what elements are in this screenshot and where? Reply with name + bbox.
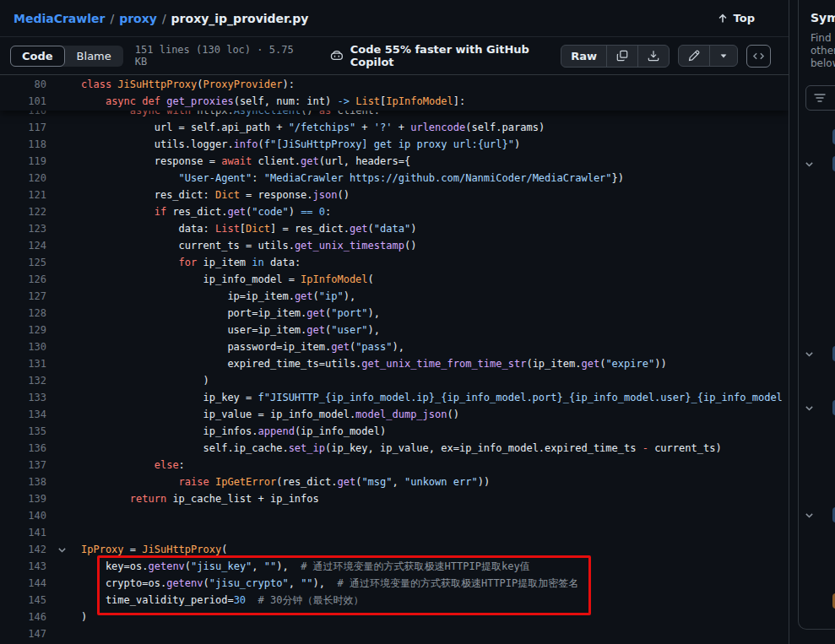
code-text: IpProxy = JiSuHttpProxy( <box>81 541 789 558</box>
line-number[interactable]: 133 <box>0 389 46 406</box>
code-line: 146) <box>0 609 789 625</box>
line-number[interactable]: 80 <box>0 76 46 93</box>
code-line: 120 "User-Agent": "MediaCrawler https://… <box>0 170 789 187</box>
symbols-panel: Sym Findotherbelow <box>798 0 835 630</box>
symbols-panel-toggle[interactable] <box>746 45 771 68</box>
code-line: 133 ip_key = f"JISUHTTP_{ip_info_model.i… <box>0 389 789 406</box>
code-line: 137 else: <box>0 457 789 474</box>
line-number[interactable]: 124 <box>0 237 46 254</box>
line-number[interactable]: 120 <box>0 170 46 187</box>
breadcrumb-repo-link[interactable]: MediaCrawler <box>14 12 105 25</box>
breadcrumb-file-name: proxy_ip_provider.py <box>171 12 309 25</box>
code-line: 140 <box>0 507 789 524</box>
code-line: 80class JiSuHttpProxy(ProxyProvider): <box>0 76 789 93</box>
line-number[interactable]: 138 <box>0 474 46 490</box>
fold-gutter <box>46 592 81 609</box>
fold-gutter <box>46 457 81 474</box>
fold-gutter <box>46 237 81 254</box>
chevron-down-icon[interactable] <box>804 159 815 170</box>
copilot-banner[interactable]: Code 55% faster with GitHub Copilot <box>330 43 561 68</box>
edit-button[interactable] <box>679 46 709 66</box>
line-number[interactable]: 144 <box>0 575 46 592</box>
fold-gutter <box>46 271 81 288</box>
line-number[interactable]: 141 <box>0 524 46 541</box>
back-to-top-button[interactable]: Top <box>712 11 760 25</box>
line-number[interactable]: 122 <box>0 203 46 220</box>
line-number[interactable]: 123 <box>0 220 46 237</box>
code-line: 134 ip_value = ip_info_model.model_dump_… <box>0 406 789 423</box>
tab-code[interactable]: Code <box>10 46 65 67</box>
download-button[interactable] <box>637 46 669 67</box>
code-line: 123 data: List[Dict] = res_dict.get("dat… <box>0 220 789 237</box>
line-number[interactable]: 125 <box>0 254 46 271</box>
chevron-down-icon[interactable] <box>804 349 815 360</box>
breadcrumb-separator: / <box>162 12 166 25</box>
line-number[interactable]: 129 <box>0 322 46 338</box>
line-number[interactable]: 119 <box>0 153 46 170</box>
code-text: utils.logger.info(f"[JiSuHttpProxy] get … <box>81 136 789 153</box>
fold-gutter <box>46 288 81 305</box>
code-line: 128 port=ip_item.get("port"), <box>0 305 789 322</box>
code-text: res_dict: Dict = response.json() <box>81 187 789 203</box>
line-number[interactable]: 140 <box>0 507 46 524</box>
symbol-row[interactable] <box>799 506 835 523</box>
code-text: ip_value = ip_info_model.model_dump_json… <box>81 406 789 423</box>
code-text: time_validity_period=30 # 30分钟（最长时效） <box>81 592 789 609</box>
code-text <box>81 507 789 524</box>
fold-gutter <box>46 254 81 271</box>
symbol-row[interactable] <box>799 345 835 362</box>
fold-gutter <box>46 136 81 153</box>
line-number[interactable]: 131 <box>0 355 46 372</box>
fold-gutter <box>46 575 81 592</box>
line-number[interactable]: 101 <box>0 93 46 110</box>
line-number[interactable]: 137 <box>0 457 46 474</box>
line-number[interactable]: 139 <box>0 490 46 507</box>
line-number[interactable]: 121 <box>0 187 46 203</box>
code-line: 122 if res_dict.get("code") == 0: <box>0 203 789 220</box>
breadcrumb-dir-link[interactable]: proxy <box>119 12 157 25</box>
line-number[interactable]: 147 <box>0 625 46 642</box>
fold-gutter <box>46 170 81 187</box>
fold-gutter <box>46 338 81 355</box>
copy-icon <box>616 50 628 62</box>
line-number[interactable]: 128 <box>0 305 46 322</box>
fold-gutter <box>46 203 81 220</box>
line-number[interactable]: 146 <box>0 609 46 625</box>
edit-group <box>678 45 738 67</box>
fold-gutter <box>46 372 81 389</box>
code-text <box>81 625 789 642</box>
line-number[interactable]: 142 <box>0 541 46 558</box>
line-number[interactable]: 127 <box>0 288 46 305</box>
edit-dropdown-button[interactable] <box>709 46 737 66</box>
symbol-row[interactable] <box>799 593 835 609</box>
copy-button[interactable] <box>606 46 637 67</box>
code-line: 144 crypto=os.getenv("jisu_crypto", ""),… <box>0 575 789 592</box>
symbol-row[interactable] <box>799 155 835 172</box>
code-lines: 116 async with httpx.AsyncClient() as cl… <box>0 102 789 642</box>
line-number[interactable]: 143 <box>0 558 46 575</box>
line-number[interactable]: 134 <box>0 406 46 423</box>
chevron-down-icon[interactable] <box>57 544 68 555</box>
line-number[interactable]: 117 <box>0 119 46 136</box>
tab-blame[interactable]: Blame <box>65 46 123 67</box>
raw-button[interactable]: Raw <box>561 46 606 67</box>
symbols-filter-button[interactable] <box>805 85 835 111</box>
fold-gutter <box>46 93 81 110</box>
chevron-down-icon[interactable] <box>804 403 815 414</box>
code-text: ) <box>81 372 789 389</box>
line-number[interactable]: 130 <box>0 338 46 355</box>
chevron-down-icon[interactable] <box>804 510 815 521</box>
line-number[interactable]: 132 <box>0 372 46 389</box>
code-blame-toggle: Code Blame <box>10 46 123 67</box>
symbol-row[interactable] <box>799 399 835 416</box>
line-number[interactable]: 118 <box>0 136 46 153</box>
raw-copy-download-group: Raw <box>561 45 670 68</box>
line-number[interactable]: 135 <box>0 423 46 440</box>
fold-gutter <box>46 558 81 575</box>
line-number[interactable]: 145 <box>0 592 46 609</box>
fold-gutter <box>46 187 81 203</box>
fold-gutter <box>46 507 81 524</box>
line-number[interactable]: 136 <box>0 440 46 457</box>
line-number[interactable]: 126 <box>0 271 46 288</box>
symbol-row[interactable] <box>799 128 835 145</box>
